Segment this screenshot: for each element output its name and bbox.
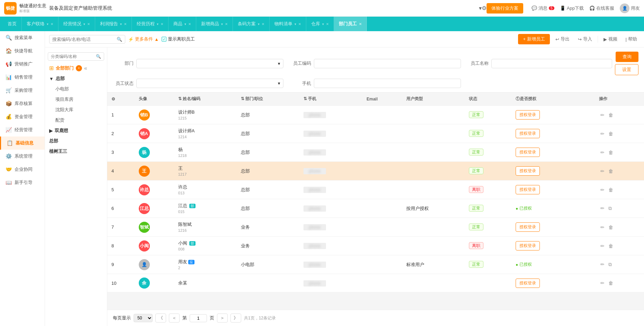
col-settings[interactable]: ⚙ — [107, 92, 135, 106]
copy-button[interactable]: ⧉ — [607, 205, 613, 212]
edit-button[interactable]: ✏ — [599, 149, 606, 156]
dept-search-input[interactable] — [51, 54, 94, 59]
online-service-button[interactable]: 🎧 在线客服 — [589, 5, 614, 11]
search-input[interactable] — [52, 37, 115, 42]
copy-button[interactable]: ⧉ — [607, 261, 613, 268]
settings-button[interactable]: ⚙ — [482, 5, 487, 11]
tree-item-xiaodibu[interactable]: 小电部 — [45, 84, 107, 94]
edit-button[interactable]: ✏ — [599, 168, 606, 175]
nav-tab-operation[interactable]: 经营情况 ▾✕ — [58, 17, 95, 31]
try-plan-button[interactable]: 体验行业方案 — [487, 3, 523, 14]
import-button[interactable]: ↪ 导入 — [575, 35, 595, 44]
nav-tab-new-goods[interactable]: 新增商品 ▾✕ — [196, 17, 233, 31]
sidebar-item-basic[interactable]: 📋 基础信息 — [0, 136, 45, 150]
edit-button[interactable]: ✏ — [599, 112, 606, 118]
last-page-button[interactable]: 》 — [230, 314, 241, 323]
export-button[interactable]: ↩ 导出 — [553, 35, 572, 44]
edit-button[interactable]: ✏ — [599, 205, 606, 212]
delete-button[interactable]: 🗑 — [607, 224, 615, 231]
help-button[interactable]: | 帮助 — [623, 35, 640, 44]
nav-tab-barcode[interactable]: 条码方案 ▾✕ — [233, 17, 270, 31]
message-button[interactable]: 💬 消息 5 — [532, 5, 554, 11]
nav-tab-home[interactable]: 首页 — [3, 17, 22, 31]
tree-item-shenyang[interactable]: 沈阳大库 — [45, 105, 107, 115]
edit-button[interactable]: ✏ — [599, 186, 606, 193]
show-resigned-checkbox[interactable]: ✓ 显示离职员工 — [162, 36, 195, 42]
edit-button[interactable]: ✏ — [599, 243, 606, 249]
nav-tab-goods[interactable]: 商品 ▾✕ — [169, 17, 196, 31]
col-phone[interactable]: ⇅ 手机 — [299, 92, 362, 106]
tree-item-zhishu[interactable]: 植树王三 — [45, 146, 107, 157]
nav-tab-customer[interactable]: 客户联络 ▾✕ — [22, 17, 58, 31]
col-name[interactable]: ⇅ 姓名/编码 — [174, 92, 237, 106]
nav-tab-staff[interactable]: 部门员工 ✕ — [334, 17, 367, 31]
search-box[interactable]: 🔍 — [49, 35, 125, 44]
tree-item-shuanglu[interactable]: ▶ 双鹿想 — [45, 125, 107, 136]
sys-title-dropdown[interactable]: ▾ — [479, 5, 482, 11]
sidebar-item-guide[interactable]: 📖 新手引导 — [0, 176, 45, 189]
edit-button[interactable]: ✏ — [599, 261, 606, 268]
sidebar-item-purchase[interactable]: 🛒 采购管理 — [0, 84, 45, 97]
add-employee-button[interactable]: + 新增员工 — [518, 34, 550, 44]
nav-tab-warehouse[interactable]: 仓库 ▾✕ — [306, 17, 334, 31]
auth-login-button[interactable]: 授权登录 — [516, 129, 540, 138]
auth-login-button[interactable]: 授权登录 — [516, 279, 540, 288]
delete-button[interactable]: 🗑 — [607, 130, 615, 137]
emp-status-select[interactable]: ▾ — [136, 79, 283, 88]
phone-input[interactable] — [314, 79, 461, 88]
search-icon: 🔍 — [117, 37, 122, 42]
sidebar-item-sales[interactable]: 📊 销售管理 — [0, 71, 45, 84]
dept-select[interactable]: ▾ — [136, 59, 283, 68]
delete-button[interactable]: 🗑 — [607, 186, 615, 193]
all-dept-label[interactable]: 全部部门 — [56, 65, 74, 71]
nav-tab-history[interactable]: 经营历程 ▾✕ — [132, 17, 169, 31]
row-op: ✏ 🗑 — [595, 237, 644, 255]
set-button[interactable]: 设置 — [615, 64, 638, 75]
tree-item-xiangmu[interactable]: 项目库房 — [45, 94, 107, 105]
nav-tab-bom[interactable]: 物料清单 ▾✕ — [270, 17, 306, 31]
delete-button[interactable]: 🗑 — [607, 168, 615, 175]
next-page-button[interactable]: ＞ — [217, 314, 228, 323]
sidebar-item-system[interactable]: ⚙️ 系统管理 — [0, 150, 45, 163]
tree-item-peihuo[interactable]: 配货 — [45, 115, 107, 125]
sidebar-item-management[interactable]: 📈 经营管理 — [0, 123, 45, 136]
auth-login-button[interactable]: 授权登录 — [516, 222, 540, 232]
auth-login-button[interactable]: 授权登录 — [516, 185, 540, 194]
col-op: 操作 — [595, 92, 644, 106]
grid-icon[interactable]: ⊞ — [49, 65, 54, 71]
page-input[interactable] — [190, 314, 207, 322]
sidebar-item-nav[interactable]: 🏠 快捷导航 — [0, 44, 45, 58]
sidebar-item-collab[interactable]: 🤝 企业协同 — [0, 163, 45, 176]
auth-login-button[interactable]: 授权登录 — [516, 241, 540, 250]
tree-item-zonbu[interactable]: ▼ 总部 — [45, 73, 107, 84]
query-button[interactable]: 查询 — [616, 52, 638, 62]
edit-button[interactable]: ✏ — [599, 130, 606, 137]
col-dept[interactable]: ⇅ 部门/职位 — [237, 92, 299, 106]
collapse-button[interactable]: « — [84, 65, 87, 71]
auth-login-button[interactable]: 授权登录 — [516, 166, 540, 176]
edit-button[interactable]: ✏ — [599, 224, 606, 231]
delete-button[interactable]: 🗑 — [607, 112, 615, 118]
edit-button[interactable]: ✏ — [599, 280, 606, 287]
dept-add-circle[interactable]: + — [76, 65, 82, 71]
delete-button[interactable]: 🗑 — [607, 280, 615, 287]
app-download-button[interactable]: 📱 App下载 — [560, 5, 584, 11]
auth-login-button[interactable]: 授权登录 — [516, 110, 540, 120]
page-size-select[interactable]: 50 100 — [134, 314, 153, 322]
first-page-button[interactable]: 《 — [155, 314, 166, 323]
sidebar-item-finance[interactable]: 💰 资金管理 — [0, 110, 45, 123]
delete-button[interactable]: 🗑 — [607, 149, 615, 156]
sidebar-item-inventory[interactable]: 📦 库存核算 — [0, 97, 45, 110]
tree-item-zongbu2[interactable]: 总部 — [45, 136, 107, 146]
emp-name-input[interactable] — [491, 59, 612, 68]
sidebar-item-search[interactable]: 🔍 搜索菜单 — [0, 31, 45, 44]
nav-tab-profit[interactable]: 利润报告 ▾✕ — [95, 17, 132, 31]
user-menu[interactable]: 👤 用友 — [620, 3, 640, 13]
video-button[interactable]: ▶ 视频 — [601, 35, 620, 44]
prev-page-button[interactable]: ＜ — [169, 314, 180, 323]
more-filter-button[interactable]: ⚡ 更多条件 ▲ — [128, 36, 159, 42]
sidebar-item-marketing[interactable]: 📢 营销推广 — [0, 58, 45, 71]
delete-button[interactable]: 🗑 — [607, 243, 615, 249]
auth-login-button[interactable]: 授权登录 — [516, 148, 540, 157]
emp-code-input[interactable] — [314, 59, 461, 68]
